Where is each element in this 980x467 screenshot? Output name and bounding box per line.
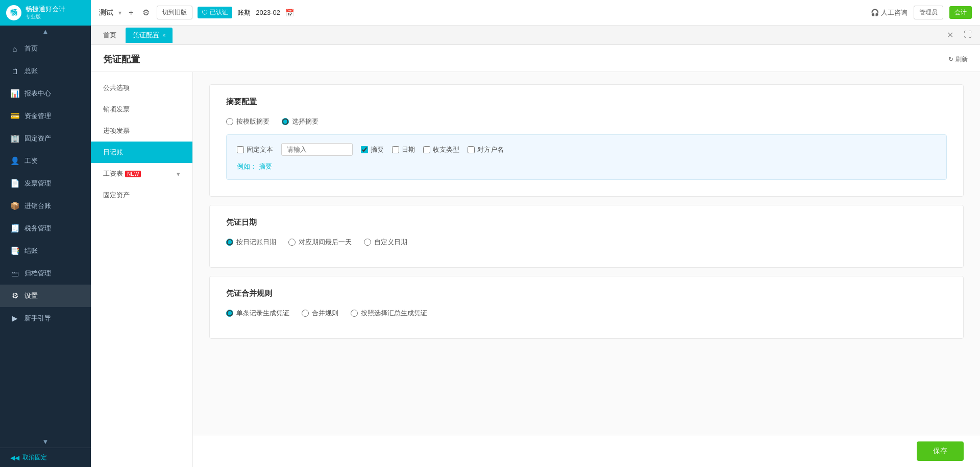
- window-expand-button[interactable]: ⛶: [961, 29, 975, 41]
- config-nav-payroll[interactable]: 工资表 NEW ▾: [91, 163, 192, 184]
- manager-button[interactable]: 管理员: [914, 6, 943, 19]
- company-name: 测试: [99, 8, 113, 17]
- merge-radio-single[interactable]: 单条记录生成凭证: [226, 309, 289, 318]
- calendar-icon[interactable]: 📅: [285, 9, 294, 17]
- topbar-right: 🎧 人工咨询 管理员 会计: [871, 6, 972, 19]
- sidebar-scroll-up[interactable]: ▲: [0, 26, 91, 37]
- save-button[interactable]: 保存: [917, 441, 964, 461]
- config-nav-sales-invoice[interactable]: 销项发票: [91, 99, 192, 120]
- fixed-text-input[interactable]: [281, 143, 353, 156]
- fund-icon: 💳: [10, 111, 19, 121]
- date-custom-radio[interactable]: [364, 239, 371, 246]
- settle-icon: 📑: [10, 246, 19, 255]
- date-checkbox[interactable]: [392, 146, 399, 153]
- main-area: 测试 ▾ + ⚙ 切到旧版 🛡 已认证 账期 2023-02 📅 🎧 人工咨询 …: [91, 0, 980, 467]
- merge-radio-merge[interactable]: 合并规则: [302, 309, 338, 318]
- cancel-fixed-button[interactable]: ◀◀ 取消固定: [0, 448, 91, 467]
- report-icon: 📊: [10, 89, 19, 98]
- sidebar-item-invoice[interactable]: 📄 发票管理: [0, 172, 91, 195]
- date-section-title: 凭证日期: [226, 218, 947, 227]
- date-radio-last-day[interactable]: 对应期间最后一天: [288, 238, 352, 247]
- verified-badge: 🛡 已认证: [198, 7, 232, 18]
- home-icon: ⌂: [10, 44, 19, 53]
- sidebar: 畅 畅捷通好会计 专业版 ▲ ⌂ 首页 🗒 总账 📊 报表中心 💳 资金管理 🏢…: [0, 0, 91, 467]
- summary-checkbox-row: 固定文本 摘要 日期: [237, 143, 936, 156]
- tab-close-icon[interactable]: ×: [162, 32, 165, 38]
- date-radio-group: 按日记账日期 对应期间最后一天 自定义日期: [226, 238, 947, 247]
- date-radio-custom[interactable]: 自定义日期: [364, 238, 407, 247]
- sidebar-nav: ⌂ 首页 🗒 总账 📊 报表中心 💳 资金管理 🏢 固定资产 👤 工资 📄 发票…: [0, 37, 91, 436]
- merge-single-radio[interactable]: [226, 310, 233, 317]
- summary-section-title: 摘要配置: [226, 97, 947, 107]
- ledger-icon: 🗒: [10, 67, 19, 76]
- add-button[interactable]: +: [127, 6, 135, 19]
- salary-icon: 👤: [10, 156, 19, 166]
- config-nav-public[interactable]: 公共选项: [91, 77, 192, 99]
- sidebar-item-fund[interactable]: 💳 资金管理: [0, 105, 91, 127]
- accountant-button[interactable]: 会计: [949, 6, 972, 19]
- sidebar-item-settings[interactable]: ⚙ 设置: [0, 285, 91, 307]
- sidebar-item-asset[interactable]: 🏢 固定资产: [0, 127, 91, 150]
- tab-voucher-config[interactable]: 凭证配置 ×: [126, 28, 173, 43]
- sidebar-item-report[interactable]: 📊 报表中心: [0, 82, 91, 105]
- fixed-text-checkbox-item[interactable]: 固定文本: [237, 145, 273, 154]
- fixed-text-checkbox[interactable]: [237, 146, 244, 153]
- merge-section-title: 凭证合并规则: [226, 289, 947, 298]
- topbar-settings-button[interactable]: ⚙: [140, 6, 152, 19]
- summary-select-radio[interactable]: [282, 118, 289, 125]
- sales-icon: 📦: [10, 201, 19, 211]
- summary-radio-select[interactable]: 选择摘要: [282, 117, 318, 126]
- shield-icon: 🛡: [202, 9, 208, 16]
- headset-icon: 🎧: [871, 9, 879, 16]
- page-title: 凭证配置: [103, 53, 140, 65]
- tab-home[interactable]: 首页: [96, 28, 124, 43]
- window-close-button[interactable]: ✕: [944, 29, 957, 41]
- sidebar-item-archive[interactable]: 🗃 归档管理: [0, 262, 91, 285]
- merge-section: 凭证合并规则 单条记录生成凭证 合并规则: [209, 276, 964, 339]
- refresh-button[interactable]: ↻ 刷新: [948, 55, 968, 64]
- sidebar-item-newbie[interactable]: ▶ 新手引导: [0, 307, 91, 330]
- income-type-checkbox-item[interactable]: 收支类型: [423, 145, 459, 154]
- sidebar-item-salary[interactable]: 👤 工资: [0, 150, 91, 172]
- counterpart-checkbox[interactable]: [468, 146, 475, 153]
- sidebar-item-sales[interactable]: 📦 进销台账: [0, 195, 91, 217]
- window-controls: ✕ ⛶: [944, 29, 975, 41]
- sidebar-item-ledger[interactable]: 🗒 总账: [0, 60, 91, 82]
- sidebar-item-tax[interactable]: 🧾 税务管理: [0, 217, 91, 240]
- config-nav-fixed-assets[interactable]: 固定资产: [91, 184, 192, 206]
- counterpart-checkbox-item[interactable]: 对方户名: [468, 145, 504, 154]
- summary-template-radio[interactable]: [226, 118, 233, 125]
- merge-radio-summary[interactable]: 按照选择汇总生成凭证: [351, 309, 427, 318]
- sidebar-scroll-down[interactable]: ▼: [0, 436, 91, 448]
- merge-summary-radio[interactable]: [351, 310, 358, 317]
- summary-checkbox-item[interactable]: 摘要: [361, 145, 384, 154]
- config-layout: 公共选项 销项发票 进项发票 日记账 工资表 NEW ▾ 固定资产: [91, 72, 980, 467]
- config-nav-purchase-invoice[interactable]: 进项发票: [91, 120, 192, 142]
- company-dropdown-icon[interactable]: ▾: [118, 9, 121, 16]
- date-last-day-radio[interactable]: [288, 239, 296, 246]
- cancel-fixed-icon: ◀◀: [10, 454, 19, 461]
- config-nav-journal[interactable]: 日记账: [91, 142, 192, 163]
- refresh-icon: ↻: [948, 56, 953, 63]
- date-journal-radio[interactable]: [226, 239, 233, 246]
- sidebar-item-settle[interactable]: 📑 结账: [0, 240, 91, 262]
- asset-icon: 🏢: [10, 134, 19, 143]
- page-header: 凭证配置 ↻ 刷新: [91, 45, 980, 72]
- merge-merge-radio[interactable]: [302, 310, 309, 317]
- summary-radio-template[interactable]: 按模版摘要: [226, 117, 270, 126]
- consult-button[interactable]: 🎧 人工咨询: [871, 8, 908, 17]
- switch-old-version-button[interactable]: 切到旧版: [157, 6, 192, 19]
- date-radio-journal[interactable]: 按日记账日期: [226, 238, 276, 247]
- tabbar: 首页 凭证配置 × ✕ ⛶: [91, 26, 980, 45]
- merge-radio-group: 单条记录生成凭证 合并规则 按照选择汇总生成凭证: [226, 309, 947, 318]
- new-badge: NEW: [125, 171, 141, 177]
- date-checkbox-item[interactable]: 日期: [392, 145, 415, 154]
- config-nav: 公共选项 销项发票 进项发票 日记账 工资表 NEW ▾ 固定资产: [91, 72, 193, 467]
- summary-section: 摘要配置 按模版摘要 选择摘要: [209, 84, 964, 197]
- income-type-checkbox[interactable]: [423, 146, 430, 153]
- sidebar-item-home[interactable]: ⌂ 首页: [0, 37, 91, 60]
- payroll-chevron-icon: ▾: [177, 170, 180, 178]
- summary-checkbox[interactable]: [361, 146, 368, 153]
- config-content: 摘要配置 按模版摘要 选择摘要: [193, 72, 980, 435]
- archive-icon: 🗃: [10, 269, 19, 278]
